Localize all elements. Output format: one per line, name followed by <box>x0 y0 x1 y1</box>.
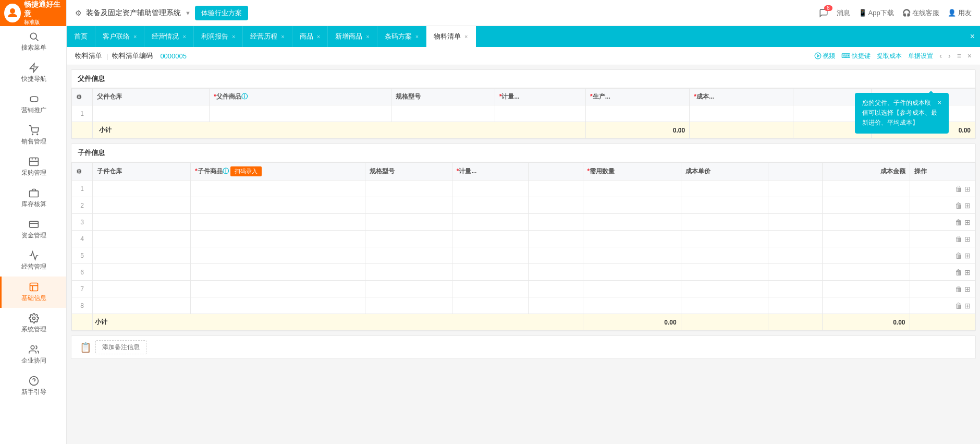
child-row-6-unit[interactable] <box>452 264 528 281</box>
delete-row-8-btn[interactable]: 🗑 <box>955 302 962 310</box>
dropdown-icon[interactable]: ▼ <box>185 10 191 16</box>
child-row-4-warehouse[interactable] <box>93 231 191 247</box>
tab-profit[interactable]: 利润报告 × <box>194 26 243 47</box>
parent-row-1-spec[interactable] <box>391 105 495 122</box>
tab-history[interactable]: 经营历程 × <box>243 26 292 47</box>
th-settings-parent[interactable]: ⚙ <box>72 89 93 105</box>
child-row-7-warehouse[interactable] <box>93 281 191 297</box>
copy-row-8-btn[interactable]: ⊞ <box>964 302 971 310</box>
settings-icon[interactable]: ⚙ <box>75 9 82 17</box>
message-badge-wrap[interactable]: 6 <box>819 8 828 18</box>
tab-customer-close[interactable]: × <box>133 33 137 40</box>
copy-row-2-btn[interactable]: ⊞ <box>964 201 971 210</box>
app-download[interactable]: 📱 App下载 <box>859 8 894 18</box>
child-row-3-warehouse[interactable] <box>93 214 191 231</box>
child-row-1-spec[interactable] <box>365 181 452 197</box>
child-row-7-qty[interactable] <box>583 281 681 297</box>
child-row-8-price[interactable] <box>681 297 768 314</box>
child-row-1-warehouse[interactable] <box>93 181 191 197</box>
child-row-3-product[interactable] <box>191 214 365 231</box>
child-row-2-warehouse[interactable] <box>93 197 191 214</box>
child-row-8-unit[interactable] <box>452 297 528 314</box>
child-row-1-qty[interactable] <box>583 181 681 197</box>
view-toggle[interactable]: ≡ <box>957 52 961 60</box>
delete-row-3-btn[interactable]: 🗑 <box>955 218 962 226</box>
tab-new-product[interactable]: 新增商品 × <box>328 26 377 47</box>
child-row-3-spec[interactable] <box>365 214 452 231</box>
child-row-5-qty[interactable] <box>583 247 681 264</box>
child-row-3-qty[interactable] <box>583 214 681 231</box>
tab-operations[interactable]: 经营情况 × <box>144 26 193 47</box>
parent-row-1-warehouse[interactable] <box>93 105 210 122</box>
delete-row-5-btn[interactable]: 🗑 <box>955 251 962 260</box>
child-row-2-price[interactable] <box>681 197 768 214</box>
child-row-5-product[interactable] <box>191 247 365 264</box>
child-row-4-unit[interactable] <box>452 231 528 247</box>
sidebar-item-search[interactable]: 搜索菜单 <box>0 26 66 57</box>
copy-row-1-btn[interactable]: ⊞ <box>964 185 971 193</box>
online-service[interactable]: 🎧 在线客服 <box>902 8 940 18</box>
tab-customer[interactable]: 客户联络 × <box>95 26 144 47</box>
copy-row-3-btn[interactable]: ⊞ <box>964 218 971 226</box>
child-row-8-product[interactable] <box>191 297 365 314</box>
delete-row-1-btn[interactable]: 🗑 <box>955 185 962 193</box>
child-row-6-spec[interactable] <box>365 264 452 281</box>
add-note-button[interactable]: 添加备注信息 <box>95 340 146 354</box>
page-close[interactable]: × <box>967 52 972 60</box>
child-row-6-product[interactable] <box>191 264 365 281</box>
child-row-8-qty[interactable] <box>583 297 681 314</box>
sidebar-item-quicknav[interactable]: 快捷导航 <box>0 57 66 89</box>
parent-row-1-cost[interactable] <box>690 105 793 122</box>
tab-new-product-close[interactable]: × <box>366 33 369 40</box>
child-row-8-warehouse[interactable] <box>93 297 191 314</box>
nav-prev[interactable]: ‹ <box>939 52 942 60</box>
scan-input-button[interactable]: 扫码录入 <box>230 166 262 176</box>
tab-barcode-close[interactable]: × <box>415 33 419 40</box>
user-avatar[interactable]: 👤 用友 <box>948 8 972 18</box>
copy-row-4-btn[interactable]: ⊞ <box>964 235 971 243</box>
child-row-5-price[interactable] <box>681 247 768 264</box>
delete-row-7-btn[interactable]: 🗑 <box>955 285 962 293</box>
parent-row-1-unit[interactable] <box>495 105 585 122</box>
child-row-7-product[interactable] <box>191 281 365 297</box>
child-row-4-price[interactable] <box>681 231 768 247</box>
nav-next[interactable]: › <box>948 52 951 60</box>
tab-barcode[interactable]: 条码方案 × <box>377 26 426 47</box>
tooltip-close-btn[interactable]: × <box>938 98 941 108</box>
child-row-5-spec[interactable] <box>365 247 452 264</box>
tab-product-close[interactable]: × <box>317 33 320 40</box>
child-row-4-spec[interactable] <box>365 231 452 247</box>
child-row-6-qty[interactable] <box>583 264 681 281</box>
tab-operations-close[interactable]: × <box>182 33 186 40</box>
child-row-4-product[interactable] <box>191 231 365 247</box>
child-row-8-spec[interactable] <box>365 297 452 314</box>
child-row-2-unit[interactable] <box>452 197 528 214</box>
child-row-1-product[interactable] <box>191 181 365 197</box>
action-settings[interactable]: 单据设置 <box>908 52 933 61</box>
delete-row-2-btn[interactable]: 🗑 <box>955 201 962 210</box>
th-settings-child[interactable]: ⚙ <box>72 163 93 181</box>
child-row-2-spec[interactable] <box>365 197 452 214</box>
action-shortcut[interactable]: ⌨ 快捷键 <box>841 52 871 61</box>
experience-button[interactable]: 体验行业方案 <box>195 6 248 20</box>
action-video[interactable]: 视频 <box>814 52 835 61</box>
child-row-6-price[interactable] <box>681 264 768 281</box>
delete-row-4-btn[interactable]: 🗑 <box>955 235 962 243</box>
child-row-4-qty[interactable] <box>583 231 681 247</box>
sidebar-item-sales[interactable]: 销售管理 <box>0 120 66 151</box>
child-row-1-unit[interactable] <box>452 181 528 197</box>
tab-history-close[interactable]: × <box>281 33 284 40</box>
child-row-3-unit[interactable] <box>452 214 528 231</box>
tab-product[interactable]: 商品 × <box>292 26 328 47</box>
sidebar-item-marketing[interactable]: 营销推广 <box>0 89 66 120</box>
sidebar-item-guide[interactable]: 新手引导 <box>0 370 66 402</box>
child-row-1-price[interactable] <box>681 181 768 197</box>
child-row-7-price[interactable] <box>681 281 768 297</box>
tab-bom[interactable]: 物料清单 × <box>426 26 475 47</box>
child-row-2-product[interactable] <box>191 197 365 214</box>
close-all-tabs[interactable]: × <box>965 32 980 41</box>
parent-row-1-product[interactable] <box>210 105 391 122</box>
sidebar-item-operations[interactable]: 经营管理 <box>0 245 66 277</box>
child-row-7-unit[interactable] <box>452 281 528 297</box>
sidebar-item-system[interactable]: 系统管理 <box>0 308 66 339</box>
